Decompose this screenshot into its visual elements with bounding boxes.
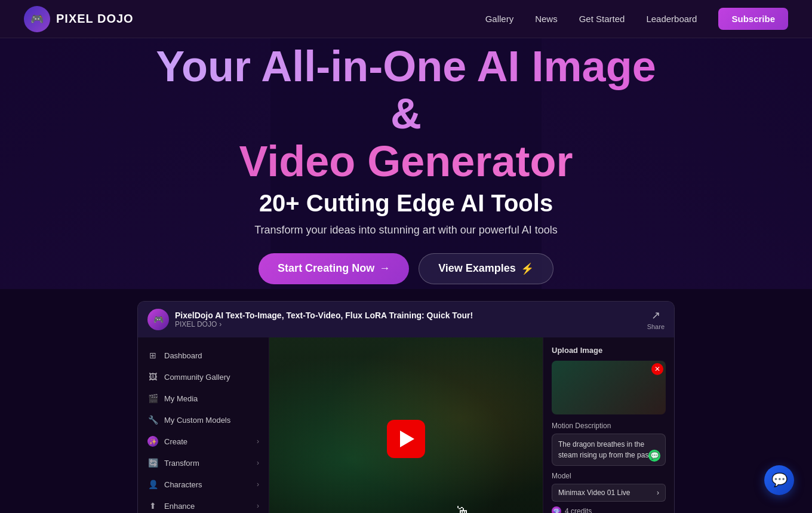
upload-close-button[interactable]: ✕ [651, 363, 663, 375]
hero-title-line2: Video Generator [149, 138, 663, 185]
model-chevron-icon: › [657, 489, 659, 497]
characters-label: Characters [164, 480, 202, 489]
view-examples-label: View Examples [438, 262, 516, 275]
motion-desc-box[interactable]: The dragon breathes in the steam rising … [552, 434, 666, 466]
nav-links: Gallery News Get Started Leaderboard Sub… [485, 8, 788, 30]
dashboard-icon: ⊞ [147, 350, 158, 361]
lightning-icon: ⚡ [521, 262, 534, 275]
video-title-block: PixelDojo AI Text-To-Image, Text-To-Vide… [175, 311, 473, 328]
hero-buttons: Start Creating Now → View Examples ⚡ [149, 253, 663, 284]
upload-image-label: Upload Image [552, 346, 666, 355]
video-container: 🎮 PixelDojo AI Text-To-Image, Text-To-Vi… [137, 301, 675, 513]
my-media-label: My Media [164, 394, 198, 403]
start-creating-label: Start Creating Now [278, 262, 374, 275]
enhance-label: Enhance [164, 502, 195, 511]
video-title: PixelDojo AI Text-To-Image, Text-To-Vide… [175, 311, 473, 320]
model-select[interactable]: Minimax Video 01 Live › [552, 484, 666, 502]
whatsapp-icon: 💬 [648, 450, 660, 462]
view-examples-button[interactable]: View Examples ⚡ [419, 253, 553, 284]
characters-arrow: › [257, 480, 259, 489]
sidebar-transform[interactable]: 🔄 Transform › [138, 452, 269, 474]
create-label: Create [164, 437, 187, 446]
logo-icon: 🎮 [24, 6, 50, 32]
arrow-icon: → [379, 262, 390, 275]
sidebar-enhance[interactable]: ⬆ Enhance › [138, 495, 269, 513]
custom-models-label: My Custom Models [164, 416, 230, 425]
chat-bubble-icon: 💬 [771, 472, 788, 488]
video-body: ⊞ Dashboard 🖼 Community Gallery 🎬 My Med… [138, 337, 674, 513]
play-triangle-icon [400, 431, 414, 447]
hero-section: Your All-in-One AI Image & Video Generat… [0, 38, 812, 289]
brand-name: PIXEL DOJO [56, 12, 134, 26]
motion-desc-text: The dragon breathes in the steam rising … [558, 440, 657, 459]
nav-news[interactable]: News [535, 14, 558, 24]
sidebar-characters[interactable]: 👤 Characters › [138, 474, 269, 495]
enhance-icon: ⬆ [147, 500, 158, 511]
share-label: Share [647, 323, 665, 330]
transform-icon: 🔄 [147, 457, 158, 468]
credits-coin-icon: 💎 [552, 506, 561, 513]
transform-arrow: › [257, 459, 259, 467]
nav-gallery[interactable]: Gallery [485, 14, 514, 24]
nav-leaderboard[interactable]: Leaderboard [646, 14, 697, 24]
sidebar-custom-models[interactable]: 🔧 My Custom Models [138, 409, 269, 431]
hero-description: Transform your ideas into stunning art w… [149, 224, 663, 236]
video-section: 🎮 PixelDojo AI Text-To-Image, Text-To-Vi… [0, 289, 812, 513]
channel-chevron: › [219, 320, 222, 328]
video-player[interactable]: 🖱 [269, 337, 543, 513]
characters-icon: 👤 [147, 479, 158, 490]
navbar: 🎮 PIXEL DOJO Gallery News Get Started Le… [0, 0, 812, 38]
transform-left: 🔄 Transform [147, 457, 199, 468]
cursor-icon: 🖱 [454, 503, 471, 513]
channel-name: PIXEL DOJO [175, 320, 217, 328]
community-gallery-label: Community Gallery [164, 373, 230, 382]
logo[interactable]: 🎮 PIXEL DOJO [24, 6, 134, 32]
app-sidebar: ⊞ Dashboard 🖼 Community Gallery 🎬 My Med… [138, 337, 269, 513]
nav-get-started[interactable]: Get Started [579, 14, 625, 24]
model-value: Minimax Video 01 Live [558, 489, 630, 497]
right-panel: Upload Image ✕ Motion Description The dr… [543, 337, 674, 513]
sidebar-dashboard[interactable]: ⊞ Dashboard [138, 345, 269, 366]
model-label: Model [552, 472, 666, 480]
create-arrow: › [257, 437, 259, 446]
video-channel: PIXEL DOJO › [175, 320, 473, 328]
hero-title-line1: Your All-in-One AI Image & [149, 43, 663, 137]
hero-subtitle: 20+ Cutting Edge AI Tools [149, 190, 663, 217]
create-left: ✨ Create [147, 436, 187, 447]
subscribe-button[interactable]: Subscribe [718, 8, 788, 30]
my-media-icon: 🎬 [147, 393, 158, 404]
upload-image-box[interactable]: ✕ [552, 361, 666, 414]
hero-content: Your All-in-One AI Image & Video Generat… [137, 43, 675, 284]
sidebar-community-gallery[interactable]: 🖼 Community Gallery [138, 366, 269, 388]
enhance-left: ⬆ Enhance [147, 500, 195, 511]
credits-label: 4 credits [565, 507, 592, 513]
custom-models-icon: 🔧 [147, 414, 158, 425]
characters-left: 👤 Characters [147, 479, 202, 490]
motion-desc-label: Motion Description [552, 422, 666, 430]
enhance-arrow: › [257, 502, 259, 510]
video-header-left: 🎮 PixelDojo AI Text-To-Image, Text-To-Vi… [147, 309, 473, 330]
play-button[interactable] [387, 420, 425, 458]
sidebar-create[interactable]: ✨ Create › [138, 431, 269, 452]
credits-row: 💎 4 credits [552, 506, 666, 513]
sidebar-my-media[interactable]: 🎬 My Media [138, 388, 269, 409]
community-gallery-icon: 🖼 [147, 371, 158, 382]
share-icon: ↗ [651, 309, 660, 322]
transform-label: Transform [164, 459, 199, 468]
start-creating-button[interactable]: Start Creating Now → [259, 253, 409, 284]
share-button[interactable]: ↗ Share [647, 309, 665, 330]
chat-bubble-button[interactable]: 💬 [764, 465, 794, 495]
video-header: 🎮 PixelDojo AI Text-To-Image, Text-To-Vi… [138, 302, 674, 337]
dashboard-label: Dashboard [164, 351, 202, 360]
create-icon: ✨ [147, 436, 158, 447]
video-avatar: 🎮 [147, 309, 169, 330]
